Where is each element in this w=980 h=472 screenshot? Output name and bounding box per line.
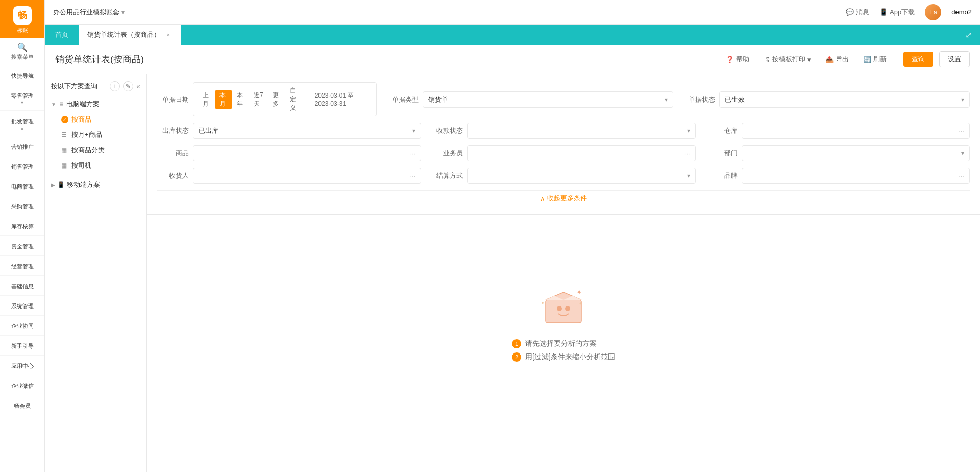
dots-icon: ··· [959,127,964,135]
sidebar-item-label: 采购管理 [11,203,34,210]
sidebar-item-purchase[interactable]: 采购管理 [0,196,44,216]
sidebar-item-operations[interactable]: 经营管理 [0,256,44,276]
sidebar-item-ecommerce[interactable]: 电商管理 [0,176,44,196]
date-tab-last-month[interactable]: 上月 [199,90,214,109]
monitor-icon: 🖥 [58,101,64,108]
settle-method-label: 结算方式 [431,171,467,180]
app-download-button[interactable]: 📱 App下载 [879,8,915,17]
date-tab-more[interactable]: 更多 [268,90,284,109]
chevron-down-icon: ▾ [687,172,690,179]
stock-status-field[interactable]: 已出库 ▾ [193,123,421,139]
scheme-group-mobile-header[interactable]: ▶ 📱 移动端方案 [45,177,146,193]
sidebar-item-new-guide[interactable]: 新手引导 [0,336,44,356]
svg-rect-0 [546,300,581,323]
scheme-item-label: 按司机 [71,161,91,170]
sidebar-item-wholesale[interactable]: 批发管理 ▴ [0,111,44,136]
logo-icon: 畅 [13,6,32,25]
sidebar-item-label: 基础信息 [11,282,34,290]
sidebar: 畅 标账 🔍 搜索菜单 快捷导航 零售管理 ▾ 批发管理 ▴ 营销推广 销售管理… [0,0,45,472]
goods-label: 商品 [157,149,193,158]
scheme-edit-button[interactable]: ✎ [123,81,133,91]
collapse-filter-button[interactable]: ∧ 收起更多条件 [157,190,970,206]
topbar-chevron-icon: ▾ [121,9,125,16]
query-button[interactable]: 查询 [903,52,933,67]
sidebar-item-app-center[interactable]: 应用中心 [0,356,44,375]
edit-icon: ✎ [126,83,131,90]
dots-icon: ··· [410,150,415,157]
svg-text:✦: ✦ [576,288,582,296]
sidebar-item-enterprise-collab[interactable]: 企业协同 [0,316,44,336]
settle-method-field[interactable]: ▾ [467,168,695,184]
scheme-item-by-cashier[interactable]: ▦ 按司机 [45,158,146,173]
sales-rep-field[interactable]: ··· [467,145,695,161]
date-tab-7days[interactable]: 近7天 [250,90,268,109]
sidebar-item-label: 企业微信 [11,382,34,390]
print-button[interactable]: 🖨 按模板打印 ▾ [760,53,815,66]
app-title: 办公用品行业模拟账套 [53,8,119,17]
empty-tip-1: 1 请先选择要分析的方案 [512,339,615,348]
sidebar-item-label: 应用中心 [11,362,34,370]
svg-point-2 [565,306,570,311]
receiver-field[interactable]: ··· [193,168,421,184]
sidebar-item-quick-nav[interactable]: 快捷导航 [0,65,44,85]
sidebar-item-finance[interactable]: 资金管理 [0,236,44,256]
settings-button[interactable]: 设置 [939,51,970,67]
sidebar-item-label: 电商管理 [11,183,34,191]
sidebar-item-retail[interactable]: 零售管理 ▾ [0,85,44,111]
dept-field[interactable]: ▾ [742,145,970,161]
goods-field[interactable]: ··· [193,145,421,161]
scheme-group-pc-header[interactable]: ▼ 🖥 电脑端方案 [45,97,146,112]
filter-row-2: 出库状态 已出库 ▾ 收款状态 ▾ 仓库 ·· [157,123,970,139]
scheme-item-by-month-goods[interactable]: ☰ 按月+商品 [45,127,146,143]
scheme-item-by-category[interactable]: ▦ 按商品分类 [45,143,146,158]
help-button[interactable]: ❓ 帮助 [722,53,753,66]
warehouse-field[interactable]: ··· [742,123,970,139]
tab-home-label: 首页 [55,30,68,39]
search-label: 搜索菜单 [11,53,34,61]
svg-text:✦: ✦ [579,301,582,306]
doc-type-field[interactable]: 销货单 ▾ [423,91,673,108]
scheme-item-icon: ☰ [61,131,68,138]
date-tab-current-month[interactable]: 本月 [215,90,231,109]
expand-icon: ⤢ [965,31,972,39]
app-download-label: App下载 [890,8,915,17]
tabbar: 首页 销货单统计表（按商品） × ⤢ [45,25,980,45]
search-icon: 🔍 [17,42,28,52]
sidebar-item-inventory[interactable]: 库存核算 [0,216,44,236]
tab-home[interactable]: 首页 [45,25,79,45]
sidebar-item-member[interactable]: 畅会员 [0,395,44,415]
sidebar-item-sales[interactable]: 销售管理 [0,156,44,176]
tab-sales-report-label: 销货单统计表（按商品） [87,30,160,39]
tab-expand-button[interactable]: ⤢ [957,30,980,40]
empty-tips: 1 请先选择要分析的方案 2 用[过滤]条件来缩小分析范围 [512,339,615,362]
filter-row-1: 单据日期 上月 本月 本年 近7天 更多 自定义 2023-03-01 至 20… [157,82,970,116]
help-icon: ❓ [726,56,734,63]
sidebar-item-label: 资金管理 [11,243,34,250]
scheme-collapse-button[interactable]: « [136,82,140,90]
user-avatar[interactable]: Ea [925,4,941,20]
date-range-value: 2023-03-01 至 2023-03-31 [315,91,371,107]
brand-field[interactable]: ··· [742,168,970,184]
sidebar-item-basic-info[interactable]: 基础信息 [0,276,44,296]
sidebar-item-marketing[interactable]: 营销推广 [0,136,44,156]
tab-close-button[interactable]: × [164,31,173,39]
tab-sales-report[interactable]: 销货单统计表（按商品） × [79,25,181,45]
receipt-status-field[interactable]: ▾ [467,123,695,139]
date-label: 单据日期 [157,95,193,104]
refresh-button[interactable]: 🔄 刷新 [859,53,891,66]
tip-num-1: 1 [512,339,521,348]
sidebar-item-system[interactable]: 系统管理 [0,296,44,316]
doc-type-label: 单据类型 [387,95,423,104]
date-tab-custom[interactable]: 自定义 [286,85,306,113]
date-field[interactable]: 上月 本月 本年 近7天 更多 自定义 2023-03-01 至 2023-03… [193,82,377,116]
message-button[interactable]: 💬 消息 [846,8,869,17]
empty-state: ✦ ✦ ✦ 1 请先选择要分析的方案 2 用[过滤]条件来缩小分析范围 [147,215,980,419]
scheme-item-by-goods[interactable]: ✓ 按商品 [45,112,146,127]
doc-status-field[interactable]: 已生效 ▾ [719,91,970,108]
sidebar-item-enterprise-wechat[interactable]: 企业微信 [0,375,44,395]
sidebar-search-item[interactable]: 🔍 搜索菜单 [0,38,44,65]
chevron-down-icon: ▾ [412,127,415,134]
export-button[interactable]: 📤 导出 [821,53,853,66]
date-tab-year[interactable]: 本年 [233,90,249,109]
scheme-add-button[interactable]: + [110,81,120,91]
